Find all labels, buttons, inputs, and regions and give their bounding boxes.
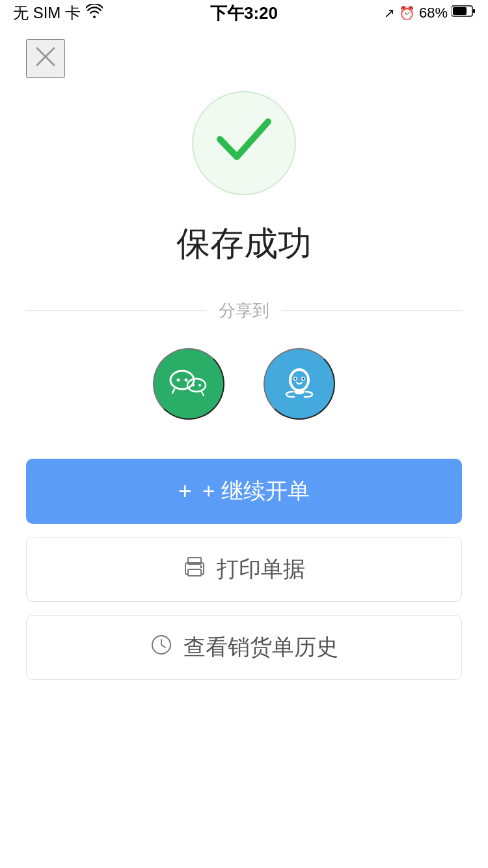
share-section: 分享到	[26, 299, 462, 420]
qq-icon	[278, 363, 320, 405]
main-content: 保存成功 分享到	[0, 26, 488, 868]
history-button[interactable]: 查看销货单历史	[26, 615, 462, 680]
svg-rect-2	[453, 7, 467, 15]
share-label: 分享到	[219, 299, 269, 322]
continue-label: + 继续开单	[202, 476, 310, 506]
wechat-share-button[interactable]	[153, 348, 224, 420]
battery-label: 68%	[419, 5, 448, 21]
svg-point-22	[200, 565, 202, 568]
carrier-label: 无 SIM 卡	[13, 3, 81, 23]
svg-rect-21	[188, 569, 201, 576]
share-icons	[26, 348, 462, 420]
share-divider: 分享到	[26, 299, 462, 322]
svg-point-9	[192, 384, 195, 387]
divider-line-right	[282, 310, 462, 311]
print-icon	[183, 555, 206, 584]
close-icon	[33, 44, 58, 73]
svg-point-12	[291, 371, 307, 389]
wifi-icon	[86, 4, 103, 22]
continue-button[interactable]: + + 继续开单	[26, 459, 462, 524]
wechat-icon	[168, 363, 210, 405]
divider-line-left	[26, 310, 206, 311]
svg-point-8	[185, 379, 188, 382]
alarm-icon: ⏰	[399, 5, 415, 21]
success-icon-circle	[192, 91, 296, 195]
status-bar: 无 SIM 卡 下午3:20 ↗ ⏰ 68%	[0, 0, 488, 26]
battery-icon	[452, 5, 475, 21]
history-icon	[150, 633, 173, 662]
svg-point-7	[177, 379, 180, 382]
location-icon: ↗	[384, 5, 395, 21]
plus-icon: +	[178, 478, 192, 505]
checkmark-icon	[215, 116, 273, 170]
svg-point-16	[303, 378, 305, 380]
status-time: 下午3:20	[210, 2, 278, 25]
svg-point-6	[187, 379, 206, 392]
svg-rect-1	[473, 9, 475, 13]
svg-rect-18	[295, 392, 303, 394]
svg-point-10	[198, 384, 201, 387]
close-button[interactable]	[26, 39, 65, 78]
print-label: 打印单据	[217, 554, 305, 584]
qq-share-button[interactable]	[264, 348, 335, 420]
status-left: 无 SIM 卡	[13, 3, 103, 23]
svg-point-15	[295, 378, 297, 380]
action-buttons: + + 继续开单 打印单据 查看销货单历史	[26, 459, 462, 680]
status-right: ↗ ⏰ 68%	[384, 5, 475, 21]
success-title: 保存成功	[176, 221, 312, 267]
print-button[interactable]: 打印单据	[26, 537, 462, 602]
history-label: 查看销货单历史	[183, 632, 338, 662]
